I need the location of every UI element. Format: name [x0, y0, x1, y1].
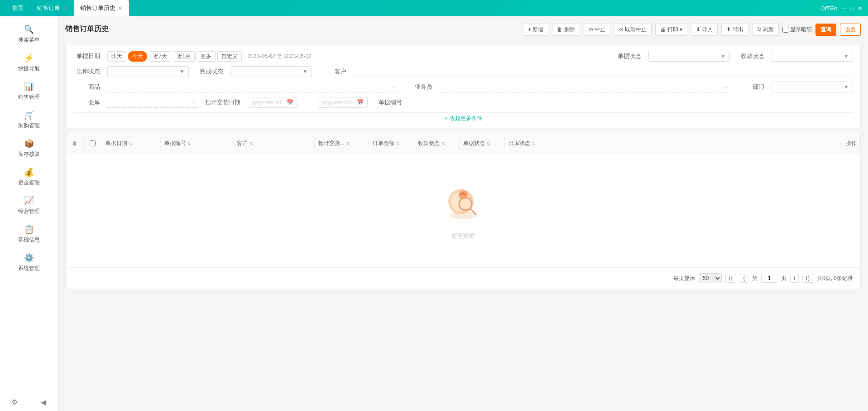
department-label: 部门: [737, 83, 764, 91]
th-order-status[interactable]: 单据状态 ⇅: [460, 137, 505, 150]
sort-payment-icon[interactable]: ⇅: [441, 141, 445, 146]
out-status-arrow: ▼: [179, 68, 185, 75]
delete-button[interactable]: 🗑 删除: [552, 24, 580, 36]
stop-button[interactable]: ⊘ 中止: [584, 24, 610, 36]
th-ops-label: 操作: [846, 140, 857, 147]
select-all-checkbox[interactable]: [90, 140, 96, 146]
sidebar-item-operations[interactable]: 📈 经营管理: [0, 191, 58, 220]
show-columns-input[interactable]: [782, 27, 788, 33]
th-delivery[interactable]: 预计交货... ⇅: [315, 137, 369, 150]
completed-status-select[interactable]: ▼: [230, 66, 312, 77]
sort-date-icon[interactable]: ⇅: [129, 141, 132, 146]
sidebar-item-quick-nav[interactable]: ⚡ 快捷导航: [0, 48, 58, 77]
tab-sales-order-history-close[interactable]: ✕: [118, 5, 122, 11]
custom-btn[interactable]: 自定义: [217, 51, 242, 62]
department-select[interactable]: ▼: [772, 82, 853, 92]
sidebar-item-search-menu-label: 搜索菜单: [18, 36, 40, 44]
table-header: ⚙ 单据日期 ⇅ 单据编号 ⇅ 客户 ⇅ 预计交货...: [66, 133, 860, 154]
sort-customer-icon[interactable]: ⇅: [249, 141, 253, 146]
sidebar-item-sys-mgmt[interactable]: ⚙️ 系统管理: [0, 248, 58, 277]
prev-page-btn[interactable]: ⟨: [740, 274, 748, 283]
export-button[interactable]: ⬆ 导出: [721, 24, 748, 36]
th-amount[interactable]: 订单金额 ⇅: [369, 137, 414, 150]
first-page-btn[interactable]: ⟨⟨: [725, 274, 736, 283]
more-btn[interactable]: 更多: [197, 51, 216, 62]
delivery-date-end[interactable]: yyyy-mm-dd 📅: [318, 97, 368, 108]
sort-order-no-icon[interactable]: ⇅: [187, 141, 191, 146]
window-close-icon[interactable]: ✕: [858, 5, 863, 12]
sort-amount-icon[interactable]: ⇅: [396, 141, 399, 146]
import-button[interactable]: ⬇ 导入: [691, 24, 718, 36]
sidebar-item-purchase-mgmt[interactable]: 🛒 采购管理: [0, 106, 58, 134]
th-ops: 操作: [550, 137, 860, 150]
tab-sales-order-history[interactable]: 销售订单历史 ✕: [74, 0, 129, 16]
app-layout: 🔍 搜索菜单 ⚡ 快捷导航 📊 销售管理 🛒 采购管理 📦 库存核算 💰 资金管…: [0, 16, 868, 411]
tab-sales-order[interactable]: 销售订单 ✕: [30, 0, 74, 16]
settings-button[interactable]: 设置: [840, 24, 861, 36]
sort-delivery-icon[interactable]: ⇅: [346, 141, 350, 146]
pay-status-select[interactable]: ▼: [772, 51, 853, 62]
yesterday-btn[interactable]: 昨天: [107, 51, 126, 62]
total-info: 共0页, 0条记录: [817, 275, 853, 282]
query-button[interactable]: 查询: [815, 24, 836, 36]
collapse-button[interactable]: ∧ 收起更多条件: [444, 115, 482, 122]
sys-mgmt-icon: ⚙️: [24, 253, 34, 263]
th-checkbox[interactable]: [84, 138, 102, 149]
th-settings[interactable]: ⚙: [66, 138, 84, 150]
calendar-icon-end[interactable]: 📅: [357, 99, 364, 106]
warehouse-select[interactable]: ···: [107, 97, 198, 108]
cancel-stop-button[interactable]: ⊘ 取消中止: [614, 24, 652, 36]
customer-select[interactable]: ···: [354, 67, 853, 77]
pagination: 每页显示 50 10 20 100 ⟨⟨ ⟨ 第 页 ⟩ ⟩⟩ 共0页, 0条记…: [66, 267, 860, 289]
customer-label: 客户: [319, 68, 346, 76]
sidebar-item-base-info[interactable]: 📋 基础信息: [0, 220, 58, 248]
page-title: 销售订单历史: [65, 24, 109, 34]
sidebar-item-sales-mgmt[interactable]: 📊 销售管理: [0, 77, 58, 106]
calendar-icon-start[interactable]: 📅: [287, 99, 293, 106]
tab-sales-order-close[interactable]: ✕: [63, 5, 67, 11]
completed-status-label: 完成状态: [196, 68, 223, 76]
page-input[interactable]: [761, 274, 777, 283]
tab-home[interactable]: 首页: [5, 0, 30, 16]
order-status-select[interactable]: ▼: [648, 51, 730, 62]
th-order-no[interactable]: 单据编号 ⇅: [161, 137, 233, 150]
th-out-status[interactable]: 出库状态 ⇅: [505, 137, 550, 150]
th-payment-status[interactable]: 收款状态 ⇅: [414, 137, 460, 150]
th-order-date[interactable]: 单据日期 ⇅: [102, 137, 161, 150]
goods-select[interactable]: ···: [107, 82, 398, 92]
base-info-icon: 📋: [24, 224, 34, 234]
sidebar-item-finance[interactable]: 💰 资金管理: [0, 163, 58, 191]
sidebar-settings-icon[interactable]: ⚙: [11, 398, 18, 406]
refresh-button[interactable]: ↻ 刷新: [752, 24, 779, 36]
page-size-select[interactable]: 50 10 20 100: [699, 273, 722, 283]
sort-order-status-icon[interactable]: ⇅: [486, 141, 490, 146]
top-bar-right: OfTEn — □ ✕: [820, 5, 863, 12]
last-page-btn[interactable]: ⟩⟩: [802, 274, 813, 283]
goods-label: 商品: [73, 83, 100, 91]
th-customer[interactable]: 客户 ⇅: [233, 137, 315, 150]
delivery-date-start[interactable]: yyyy-mm-dd 📅: [248, 97, 297, 108]
sidebar-item-search-menu[interactable]: 🔍 搜索菜单: [0, 20, 58, 48]
next-page-btn[interactable]: ⟩: [790, 274, 799, 283]
new-button[interactable]: + 新增: [523, 24, 548, 36]
date-label: 单据日期: [73, 52, 100, 60]
print-button[interactable]: 🖨 打印 ▾: [655, 24, 687, 36]
sort-out-status-icon[interactable]: ⇅: [532, 141, 535, 146]
window-minimize[interactable]: —: [841, 5, 847, 12]
filter-row-4: 仓库 ··· 预计交货日期 yyyy-mm-dd 📅 — yyyy-mm-dd …: [73, 97, 853, 108]
window-maximize[interactable]: □: [850, 5, 854, 12]
settings-gear-icon[interactable]: ⚙: [72, 140, 77, 147]
sidebar-collapse-icon[interactable]: ◀: [41, 398, 46, 406]
often-text: OfTEn: [820, 5, 838, 12]
order-status-arrow: ▼: [720, 53, 726, 59]
sidebar-item-inventory[interactable]: 📦 库存核算: [0, 134, 58, 163]
last7days-btn[interactable]: 近7天: [149, 51, 171, 62]
pay-status-arrow: ▼: [844, 53, 849, 59]
last1month-btn[interactable]: 近1月: [173, 51, 195, 62]
goods-dots: ···: [391, 84, 396, 90]
today-btn[interactable]: 今天: [128, 51, 147, 62]
salesperson-select[interactable]: ···: [440, 82, 730, 92]
main-content: 销售订单历史 + 新增 🗑 删除 ⊘ 中止 ⊘ 取消中止 🖨 打印 ▾ ⬇ 导入…: [58, 16, 868, 411]
out-status-select[interactable]: ▼: [107, 66, 189, 77]
show-columns-checkbox[interactable]: 显示暗细: [782, 26, 812, 34]
